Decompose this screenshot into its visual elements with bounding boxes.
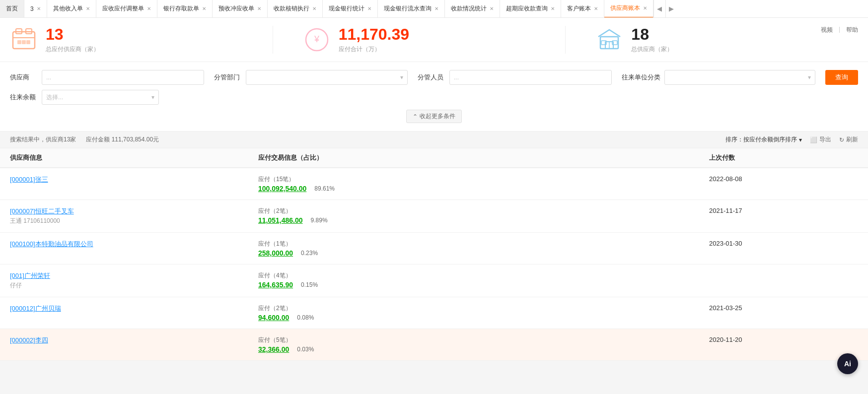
stat-label-payable-total: 应付合计（万） bbox=[339, 45, 409, 54]
supplier-icon bbox=[10, 26, 38, 54]
export-icon: ⬜ bbox=[810, 136, 817, 143]
sort-button[interactable]: 排序：按应付余额倒序排序 ▾ bbox=[725, 135, 802, 144]
close-icon[interactable]: ✕ bbox=[434, 6, 438, 11]
dropdown-icon: ▾ bbox=[400, 74, 403, 81]
chevron-up-icon: ⌃ bbox=[413, 113, 418, 120]
balance-input[interactable]: 选择... ▾ bbox=[42, 90, 159, 105]
video-link[interactable]: 视频 bbox=[821, 26, 833, 34]
close-icon[interactable]: ✕ bbox=[257, 6, 261, 11]
table-row: [000001]张三 应付（15笔） 100,092,540.00 89.61%… bbox=[0, 168, 868, 200]
table-row: [000100]本特勤油品有限公司 应付（1笔） 258,000.00 0.23… bbox=[0, 233, 868, 264]
refresh-icon: ↻ bbox=[839, 136, 844, 143]
nav-tab-home[interactable]: 首页 bbox=[0, 0, 24, 18]
person-filter-label: 分管人员 bbox=[418, 73, 445, 82]
results-bar: 搜索结果中，供应商13家 应付金额 111,703,854.00元 排序：按应付… bbox=[0, 131, 868, 148]
close-icon[interactable]: ✕ bbox=[86, 6, 90, 11]
tx-amount-row: 11,051,486.00 9.89% bbox=[258, 216, 709, 224]
nav-prev-arrow[interactable]: ◀ bbox=[653, 0, 665, 18]
stat-info-suppliers-payable: 13 总应付供应商（家） bbox=[46, 26, 99, 54]
export-button[interactable]: ⬜ 导出 bbox=[810, 135, 831, 144]
nav-tab-other-income[interactable]: 其他收入单 ✕ bbox=[47, 0, 96, 18]
unit-type-filter-label: 往来单位分类 bbox=[622, 73, 660, 82]
stat-info-total-suppliers: 18 总供应商（家） bbox=[631, 26, 673, 54]
store-icon bbox=[595, 26, 623, 54]
supplier-name-link[interactable]: [000001]张三 bbox=[10, 175, 258, 184]
tx-amount[interactable]: 100,092,540.00 bbox=[258, 185, 306, 193]
tx-percent: 9.89% bbox=[311, 217, 328, 224]
nav-tab-cash-bank-flow[interactable]: 现金银行流水查询 ✕ bbox=[378, 0, 445, 18]
transaction-cell: 应付（5笔） 32,366.00 0.03% bbox=[258, 336, 709, 353]
tx-percent: 89.61% bbox=[314, 185, 335, 192]
nav-tab-customer-ledger[interactable]: 客户账本 ✕ bbox=[561, 0, 604, 18]
tx-label: 应付（5笔） bbox=[258, 336, 709, 344]
table-row: [000007]恒旺二手叉车 王通 17106110000 应付（2笔） 11,… bbox=[0, 200, 868, 233]
close-icon[interactable]: ✕ bbox=[147, 6, 151, 11]
nav-tab-cash-bank-stat[interactable]: 现金银行统计 ✕ bbox=[323, 0, 378, 18]
close-icon[interactable]: ✕ bbox=[551, 6, 555, 11]
nav-tab-payment-verify[interactable]: 收款核销执行 ✕ bbox=[268, 0, 323, 18]
last-payment-date: 2021-03-25 bbox=[709, 304, 858, 312]
nav-tab-bank-deposit[interactable]: 银行存取款单 ✕ bbox=[157, 0, 213, 18]
nav-tab-overdue-ar[interactable]: 超期应收款查询 ✕ bbox=[500, 0, 561, 18]
filter-unit-type: 往来单位分类 ▾ bbox=[622, 70, 816, 85]
supplier-name-link[interactable]: [000012]广州贝瑞 bbox=[10, 304, 258, 313]
filter-person: 分管人员 ... bbox=[418, 70, 612, 85]
tx-amount-row: 164,635.90 0.15% bbox=[258, 281, 709, 289]
transaction-cell: 应付（15笔） 100,092,540.00 89.61% bbox=[258, 175, 709, 193]
tx-amount[interactable]: 11,051,486.00 bbox=[258, 216, 303, 224]
tx-amount[interactable]: 94,600.00 bbox=[258, 314, 289, 322]
supplier-filter-label: 供应商 bbox=[10, 73, 38, 82]
refresh-button[interactable]: ↻ 刷新 bbox=[839, 135, 858, 144]
tx-label: 应付（1笔） bbox=[258, 240, 709, 248]
supplier-name-link[interactable]: [001]广州荣轩 bbox=[10, 271, 258, 280]
nav-tab-advance-offset[interactable]: 预收冲应收单 ✕ bbox=[213, 0, 268, 18]
table-header: 供应商信息 应付交易信息（占比） 上次付数 bbox=[0, 148, 868, 168]
table-body: [000001]张三 应付（15笔） 100,092,540.00 89.61%… bbox=[0, 168, 868, 361]
close-icon[interactable]: ✕ bbox=[643, 5, 647, 11]
stat-number-payable-total: 11,170.39 bbox=[339, 26, 409, 43]
tx-label: 应付（2笔） bbox=[258, 304, 709, 313]
col-transaction-info: 应付交易信息（占比） bbox=[258, 153, 709, 162]
help-link[interactable]: 帮助 bbox=[846, 26, 858, 34]
close-icon[interactable]: ✕ bbox=[490, 6, 494, 11]
close-icon[interactable]: ✕ bbox=[594, 6, 598, 11]
unit-type-input[interactable]: ▾ bbox=[664, 70, 816, 85]
supplier-name-link[interactable]: [000100]本特勤油品有限公司 bbox=[10, 240, 258, 249]
stat-number-suppliers-payable: 13 bbox=[46, 26, 99, 43]
chevron-down-icon: ▾ bbox=[799, 136, 802, 143]
balance-filter-label: 往来余额 bbox=[10, 93, 38, 102]
payable-icon: ¥ bbox=[303, 26, 331, 54]
nav-next-arrow[interactable]: ▶ bbox=[665, 0, 677, 18]
nav-tab-receipt-stat[interactable]: 收款情况统计 ✕ bbox=[445, 0, 500, 18]
close-icon[interactable]: ✕ bbox=[202, 6, 206, 11]
stats-header: 13 总应付供应商（家） ¥ 11,170.39 应付合计（万） bbox=[0, 18, 868, 62]
tx-label: 应付（2笔） bbox=[258, 207, 709, 215]
results-actions: 排序：按应付余额倒序排序 ▾ ⬜ 导出 ↻ 刷新 bbox=[725, 135, 858, 144]
collapse-button[interactable]: ⌃ 收起更多条件 bbox=[406, 110, 462, 123]
supplier-name-link[interactable]: [000002]李四 bbox=[10, 336, 258, 345]
results-count: 搜索结果中，供应商13家 bbox=[10, 135, 76, 144]
nav-tab-ar-ap-adjust[interactable]: 应收应付调整单 ✕ bbox=[96, 0, 157, 18]
search-button[interactable]: 查询 bbox=[825, 70, 858, 85]
last-payment-date: 2022-08-08 bbox=[709, 175, 858, 183]
stat-card-payable-total: ¥ 11,170.39 应付合计（万） bbox=[273, 26, 566, 54]
transaction-cell: 应付（2笔） 11,051,486.00 9.89% bbox=[258, 207, 709, 224]
tx-amount[interactable]: 32,366.00 bbox=[258, 345, 289, 353]
stat-card-total-suppliers: 18 总供应商（家） bbox=[565, 26, 858, 54]
filter-balance: 往来余额 选择... ▾ bbox=[10, 90, 159, 105]
supplier-sub-info: 仔仔 bbox=[10, 281, 258, 290]
table-row: [000002]李四 应付（5笔） 32,366.00 0.03% 2020-1… bbox=[0, 329, 868, 361]
close-icon[interactable]: ✕ bbox=[37, 6, 41, 11]
close-icon[interactable]: ✕ bbox=[312, 6, 316, 11]
supplier-input[interactable]: ... bbox=[42, 70, 204, 85]
nav-tab-supplier-ledger[interactable]: 供应商账本 ✕ bbox=[604, 0, 653, 18]
nav-tab-3[interactable]: 3 ✕ bbox=[24, 0, 47, 18]
supplier-info-cell: [000001]张三 bbox=[10, 175, 258, 184]
tx-amount[interactable]: 258,000.00 bbox=[258, 249, 293, 257]
close-icon[interactable]: ✕ bbox=[367, 6, 371, 11]
supplier-name-link[interactable]: [000007]恒旺二手叉车 bbox=[10, 207, 258, 216]
person-input[interactable]: ... bbox=[449, 70, 612, 85]
results-summary: 搜索结果中，供应商13家 应付金额 111,703,854.00元 bbox=[10, 135, 159, 144]
tx-amount[interactable]: 164,635.90 bbox=[258, 281, 293, 289]
dept-input[interactable]: ▾ bbox=[246, 70, 408, 85]
